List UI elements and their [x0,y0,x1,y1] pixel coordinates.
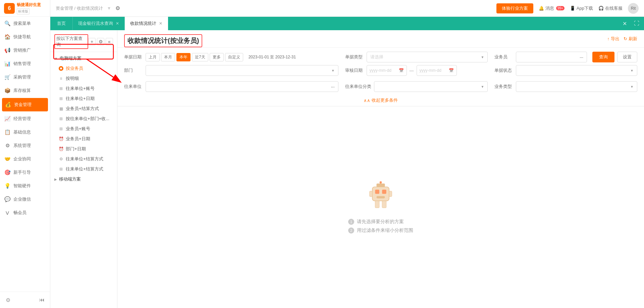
tab-receipts-close[interactable]: ✕ [159,21,162,26]
settings-bottom-icon[interactable]: ⚙ [3,295,13,305]
user-avatar[interactable]: Rit [628,3,639,14]
tab-bank-close[interactable]: ✕ [116,21,119,26]
doc-type-select[interactable]: 请选择 ▼ [367,52,488,62]
sidebar-item-wechat[interactable]: 💬 企业微信 [0,193,50,206]
biz-type-select[interactable]: ▼ [516,81,637,92]
scheme-setting-btn[interactable]: ⚙ [97,38,104,45]
tab-home-label: 首页 [57,20,66,27]
svg-rect-3 [377,196,385,198]
date-btn-custom[interactable]: 自定义 [225,53,243,61]
svg-rect-2 [382,190,386,194]
sidebar-item-corp[interactable]: 🤝 企业协同 [0,152,50,166]
sidebar-item-system[interactable]: ⚙ 系统管理 [0,139,50,152]
dept-select[interactable]: ▼ [146,65,338,76]
mobile-group-arrow: ▶ [54,177,57,181]
sidebar-item-member[interactable]: V 畅会员 [0,206,50,219]
scheme-group-pc-title[interactable]: ▼ 电脑端方案 [50,53,117,63]
date-btn-more[interactable]: 更多 [210,53,224,61]
scheme-item-icon-7: ⏰ [58,136,64,142]
scheme-item-10[interactable]: ⊞ 往来单位+结算方式 [50,164,117,174]
purchase-icon: 🛒 [4,74,11,81]
user-name: Rit [631,6,636,11]
counterparty-type-select[interactable]: ▼ [374,81,488,92]
scheme-item-7[interactable]: ⏰ 业务员+日期 [50,134,117,144]
counterparty-more-icon[interactable]: ··· [331,84,335,89]
export-btn[interactable]: ↑ 导出 [607,36,620,42]
set-btn[interactable]: 设置 [617,52,637,62]
tab-receipts[interactable]: 收款情况统计 ✕ [125,17,168,30]
tip-num-1: 1 [348,219,354,225]
phone-icon: 📱 [570,6,575,11]
sidebar-label-guide: 新手引导 [13,169,31,175]
sidebar-item-guide[interactable]: 🎯 新手引导 [0,166,50,179]
scheme-item-9[interactable]: ⚙ 往来单位+结算方式 [50,154,117,164]
tab-close-all-btn[interactable]: ✕ [620,19,629,28]
sidebar-item-nav[interactable]: 🏠 快捷导航 [0,30,50,44]
sidebar-item-management[interactable]: 📈 经营管理 [0,112,50,125]
collapse-sidebar-icon[interactable]: ⏮ [37,295,47,305]
sales-rep-label: 业务员 [494,54,513,60]
scheme-item-0[interactable]: 按业务员 [50,63,117,73]
date-btn-this-year[interactable]: 本年 [176,53,191,61]
tab-expand-btn[interactable]: ⛶ [632,19,641,28]
scheme-panel-actions: + ⚙ « [88,38,113,45]
sidebar-label-purchase: 采购管理 [13,74,31,80]
sidebar-item-basic[interactable]: 📋 基础信息 [0,125,50,139]
sidebar-item-purchase[interactable]: 🛒 采购管理 [0,70,50,84]
trial-btn[interactable]: 体验行业方案 [496,3,533,13]
sidebar-item-search[interactable]: 🔍 搜索菜单 [0,17,50,30]
scheme-group-mobile: ▶ 移动端方案 [50,174,117,184]
online-service[interactable]: 🎧 在线客服 [598,5,623,11]
scheme-item-1[interactable]: ≡ 按明细 [50,73,117,84]
tip-item-1: 1 请先选择要分析的方案 [348,219,413,225]
app-download[interactable]: 📱 App下载 [570,5,593,11]
scheme-group-pc-label: 电脑端方案 [60,55,82,61]
collapse-btn[interactable]: ∧∧ 收起更多条件 [364,97,398,103]
counterparty-type-arrow: ▼ [481,85,484,89]
tab-home[interactable]: 首页 [50,17,73,30]
scheme-item-5[interactable]: ⊞ 按往来单位+部门+收... [50,114,117,124]
scheme-item-icon-4: ▦ [58,106,64,111]
review-date-start[interactable]: yyyy-mm-dd 📅 [367,65,407,76]
member-icon: V [4,209,11,216]
corp-icon: 🤝 [4,156,11,162]
scheme-item-3[interactable]: ⊞ 往来单位+日期 [50,94,117,104]
scheme-item-label-9: 往来单位+结算方式 [66,156,103,162]
sales-rep-more-icon[interactable]: ··· [580,55,583,60]
wechat-icon: 💬 [4,196,11,203]
gear-icon[interactable]: ⚙ [115,5,120,11]
logo-icon: 6 [4,3,15,14]
svg-rect-1 [375,190,379,194]
scheme-add-btn[interactable]: + [88,38,96,45]
tab-bank-flow[interactable]: 现金银行流水查询 ✕ [73,17,125,30]
date-btn-7days[interactable]: 近7天 [192,53,208,61]
scheme-item-6[interactable]: ⊞ 业务员+账号 [50,124,117,134]
sidebar-item-inventory[interactable]: 📦 库存核算 [0,84,50,97]
scheme-group-mobile-title[interactable]: ▶ 移动端方案 [50,174,117,184]
query-btn[interactable]: 查询 [592,52,614,62]
date-btn-this-month[interactable]: 本月 [161,53,175,61]
logo-text-area: 畅捷通好生意 标准版 [17,2,41,14]
refresh-icon: ↻ [624,36,627,41]
scheme-item-4[interactable]: ▦ 业务员+结算方式 [50,104,117,114]
sidebar-item-finance[interactable]: 💰 资金管理 [2,98,48,111]
scheme-item-2[interactable]: ⊞ 往来单位+账号 [50,84,117,94]
sidebar-item-sales[interactable]: 📊 销售管理 [0,57,50,70]
dept-arrow: ▼ [331,69,335,72]
refresh-btn[interactable]: ↻ 刷新 [624,36,637,42]
sidebar-item-marketing[interactable]: 📢 营销推广 [0,44,50,57]
sidebar-label-finance: 资金管理 [14,102,32,108]
counterparty-select[interactable]: ··· [146,81,338,92]
scheme-item-8[interactable]: ⏰ 部门+日期 [50,144,117,154]
review-date-end[interactable]: yyyy-mm-dd 📅 [417,65,457,76]
group-expand-arrow: ▼ [54,57,58,60]
logo-text: 畅捷通好生意 [17,2,41,8]
scheme-collapse-btn[interactable]: « [106,38,113,45]
sidebar-label-wechat: 企业微信 [13,196,31,202]
doc-status-select[interactable]: ▼ [516,65,637,76]
sidebar-item-hardware[interactable]: 💡 智能硬件 [0,179,50,193]
scheme-item-label-7: 业务员+日期 [66,136,90,142]
date-btn-last-month[interactable]: 上月 [146,53,160,61]
notifications[interactable]: 🔔 消息 99+ [539,5,565,11]
sales-rep-select[interactable]: ··· [516,52,587,62]
